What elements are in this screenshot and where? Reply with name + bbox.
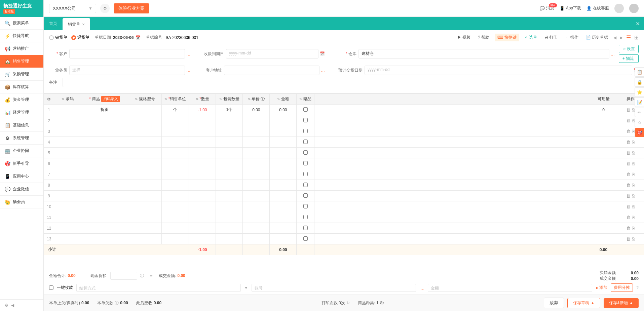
row-gift[interactable]	[297, 148, 314, 158]
row-product[interactable]	[81, 223, 128, 234]
row-barcode[interactable]	[54, 148, 81, 158]
row-unit-price[interactable]: 0.00	[243, 105, 270, 115]
sidebar-item-system-mgmt[interactable]: ⚙系统管理	[0, 132, 43, 145]
row-gift[interactable]	[297, 201, 314, 212]
row-unit[interactable]	[162, 223, 189, 234]
sidebar-item-beginner[interactable]: 🎯新手引导	[0, 157, 43, 170]
row-delete-icon[interactable]: 🗑	[626, 161, 631, 166]
row-qty[interactable]	[189, 234, 216, 244]
save-draft-button[interactable]: 保存草稿 ▲	[567, 298, 600, 308]
row-qty[interactable]	[189, 137, 216, 148]
sidebar-item-purchase-mgmt[interactable]: 🛒采购管理	[0, 68, 43, 81]
row-barcode[interactable]	[54, 191, 81, 201]
row-pkg-qty[interactable]	[216, 158, 243, 169]
payment-date-input[interactable]: yyyy-mm-dd	[226, 49, 318, 59]
one-click-payment-checkbox[interactable]	[49, 285, 53, 290]
row-spec[interactable]	[128, 191, 162, 201]
tab-home[interactable]: 首页	[44, 17, 63, 30]
app-download-button[interactable]: 📱 App下载	[560, 5, 581, 11]
row-delete-icon[interactable]: 🗑	[626, 107, 631, 112]
row-amount[interactable]	[270, 158, 297, 169]
save-new-button[interactable]: 保存&新增 ▲	[604, 298, 639, 308]
row-pkg-qty[interactable]	[216, 180, 243, 191]
row-amount[interactable]	[270, 201, 297, 212]
trial-button[interactable]: 体验行业方案	[114, 3, 149, 13]
return-type-radio[interactable]: 退货单	[71, 35, 89, 40]
float-btn-4[interactable]: 📝	[635, 98, 644, 107]
sidebar-item-sales-mgmt[interactable]: 🏠销售管理	[0, 55, 43, 68]
row-pkg-qty[interactable]	[216, 148, 243, 158]
row-spec[interactable]	[128, 212, 162, 223]
row-delete-icon[interactable]: 🗑	[626, 236, 631, 241]
float-btn-orange[interactable]: 🎯	[635, 128, 644, 137]
row-spec[interactable]	[128, 126, 162, 137]
scan-button[interactable]: 扫码录入	[101, 96, 120, 102]
row-barcode[interactable]	[54, 169, 81, 180]
row-pkg-qty[interactable]	[216, 212, 243, 223]
row-unit[interactable]	[162, 201, 189, 212]
sort-pkg[interactable]: ⇅	[219, 97, 222, 101]
row-qty[interactable]	[189, 212, 216, 223]
float-btn-2[interactable]: 🔒	[635, 77, 644, 87]
row-unit[interactable]	[162, 158, 189, 169]
row-barcode[interactable]	[54, 105, 81, 115]
row-pkg-qty[interactable]	[216, 191, 243, 201]
row-qty[interactable]	[189, 115, 216, 126]
row-amount[interactable]	[270, 148, 297, 158]
row-qty[interactable]	[189, 169, 216, 180]
online-service-button[interactable]: 👤 在线客服	[586, 5, 609, 11]
row-spec[interactable]	[128, 223, 162, 234]
row-copy-icon[interactable]: ⎘	[632, 129, 635, 134]
salesperson-input[interactable]: 选择...	[69, 66, 185, 75]
row-copy-icon[interactable]: ⎘	[632, 236, 635, 241]
row-qty[interactable]	[189, 223, 216, 234]
row-delete-icon[interactable]: 🗑	[626, 183, 631, 188]
row-amount[interactable]	[270, 180, 297, 191]
sidebar-item-quick-nav[interactable]: ⚡快捷导航	[0, 30, 43, 42]
row-barcode[interactable]	[54, 158, 81, 169]
row-copy-icon[interactable]: ⎘	[632, 204, 635, 209]
row-spec[interactable]	[128, 234, 162, 244]
settlement-dropdown-icon[interactable]: ▼	[244, 285, 248, 290]
account-no-input[interactable]: 账号	[252, 284, 416, 292]
settings-icon[interactable]: ⚙	[5, 303, 8, 308]
discount-input[interactable]	[110, 272, 137, 280]
row-gift[interactable]	[297, 234, 314, 244]
tab-sales-order[interactable]: 销货单 ✕	[63, 18, 90, 30]
sort-spec[interactable]: ⇅	[135, 97, 138, 101]
sidebar-item-inventory[interactable]: 📦库存核算	[0, 81, 43, 93]
settlement-method-input[interactable]: 结算方式	[76, 284, 241, 292]
sales-type-radio[interactable]: 销货单	[49, 35, 67, 40]
row-unit[interactable]	[162, 115, 189, 126]
row-unit[interactable]	[162, 234, 189, 244]
row-unit[interactable]	[162, 148, 189, 158]
row-qty[interactable]	[189, 191, 216, 201]
row-copy-icon[interactable]: ⎘	[632, 226, 635, 231]
row-barcode[interactable]	[54, 201, 81, 212]
row-amount[interactable]: 0.00	[270, 105, 297, 115]
row-pkg-qty[interactable]	[216, 201, 243, 212]
row-barcode[interactable]	[54, 126, 81, 137]
row-copy-icon[interactable]: ⎘	[632, 193, 635, 198]
warehouse-dots[interactable]: ...	[611, 51, 615, 56]
row-unit[interactable]	[162, 180, 189, 191]
float-btn-3[interactable]: ⭐	[635, 87, 644, 97]
sort-price[interactable]: ⇅	[248, 97, 251, 101]
row-spec[interactable]	[128, 115, 162, 126]
sidebar-item-finance[interactable]: 💰资金管理	[0, 93, 43, 106]
sidebar-item-basic-info[interactable]: 📋基础信息	[0, 119, 43, 132]
customer-input[interactable]	[69, 49, 185, 59]
row-unit-price[interactable]	[243, 201, 270, 212]
print-action-btn[interactable]: 🖨 打印	[542, 34, 560, 41]
row-gift[interactable]	[297, 137, 314, 148]
row-delete-icon[interactable]: 🗑	[626, 204, 631, 209]
warehouse-input[interactable]: 建材仓	[358, 49, 609, 59]
row-qty[interactable]	[189, 180, 216, 191]
avatar2[interactable]	[629, 4, 639, 13]
collapse-icon[interactable]: ◀	[11, 303, 14, 308]
row-unit-price[interactable]	[243, 137, 270, 148]
row-unit-price[interactable]	[243, 223, 270, 234]
row-unit[interactable]	[162, 169, 189, 180]
settings-gear-button[interactable]: ⚙	[100, 4, 110, 13]
row-pkg-qty[interactable]	[216, 126, 243, 137]
